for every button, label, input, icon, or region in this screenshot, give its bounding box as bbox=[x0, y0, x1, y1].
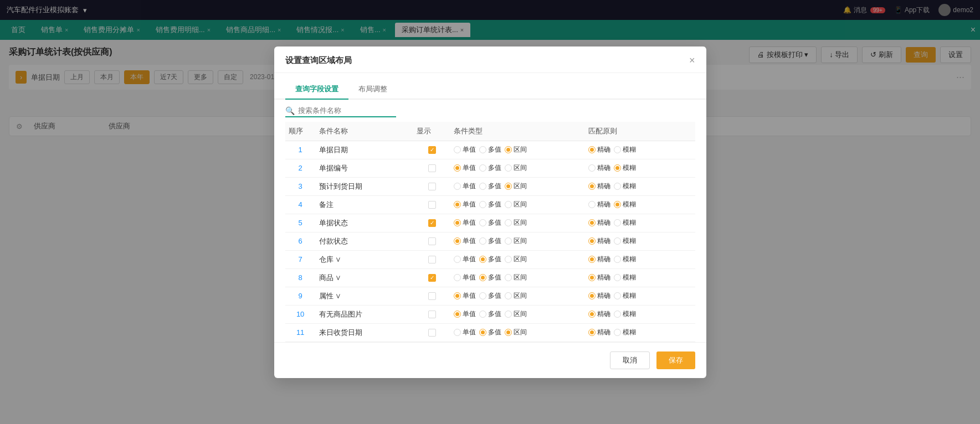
cell-order: 11 bbox=[285, 323, 316, 342]
radio-type-single[interactable]: 单值 bbox=[454, 328, 476, 337]
radio-type-multi[interactable]: 多值 bbox=[479, 291, 501, 301]
cell-display[interactable] bbox=[413, 323, 450, 342]
radio-type-single[interactable]: 单值 bbox=[454, 255, 476, 264]
tab-field-settings[interactable]: 查询字段设置 bbox=[285, 80, 348, 100]
radio-match-exact[interactable]: 精确 bbox=[588, 328, 610, 337]
display-checkbox[interactable] bbox=[428, 164, 436, 172]
radio-circle-multi bbox=[479, 311, 486, 318]
radio-circle-multi bbox=[479, 219, 486, 226]
radio-type-multi[interactable]: 多值 bbox=[479, 182, 501, 191]
radio-type-range[interactable]: 区间 bbox=[505, 163, 527, 173]
display-checkbox[interactable] bbox=[428, 292, 436, 300]
radio-type-single[interactable]: 单值 bbox=[454, 200, 476, 209]
radio-type-range[interactable]: 区间 bbox=[505, 200, 527, 209]
radio-type-range[interactable]: 区间 bbox=[505, 145, 527, 154]
cell-display[interactable] bbox=[413, 250, 450, 268]
radio-type-single[interactable]: 单值 bbox=[454, 182, 476, 191]
display-checkbox[interactable] bbox=[428, 146, 436, 154]
radio-type-single[interactable]: 单值 bbox=[454, 218, 476, 227]
radio-match-fuzzy[interactable]: 模糊 bbox=[614, 145, 636, 154]
save-button[interactable]: 保存 bbox=[656, 351, 695, 369]
display-checkbox[interactable] bbox=[428, 311, 436, 318]
display-checkbox[interactable] bbox=[428, 256, 436, 263]
cell-display[interactable] bbox=[413, 305, 450, 323]
modal-close-btn[interactable]: × bbox=[689, 55, 695, 65]
radio-type-multi[interactable]: 多值 bbox=[479, 163, 501, 173]
display-checkbox[interactable] bbox=[428, 329, 436, 337]
cell-display[interactable] bbox=[413, 232, 450, 250]
radio-circle-multi bbox=[479, 274, 486, 281]
cell-type: 单值多值区间 bbox=[450, 141, 585, 159]
radio-match-fuzzy[interactable]: 模糊 bbox=[614, 328, 636, 337]
radio-match-fuzzy[interactable]: 模糊 bbox=[614, 218, 636, 227]
radio-match-fuzzy[interactable]: 模糊 bbox=[614, 309, 636, 319]
radio-type-range[interactable]: 区间 bbox=[505, 236, 527, 246]
cell-name: 备注 bbox=[316, 195, 414, 214]
radio-match-exact[interactable]: 精确 bbox=[588, 236, 610, 246]
radio-type-multi[interactable]: 多值 bbox=[479, 255, 501, 264]
radio-match-exact[interactable]: 精确 bbox=[588, 291, 610, 301]
cell-match: 精确模糊 bbox=[585, 195, 695, 214]
cell-name: 预计到货日期 bbox=[316, 177, 414, 195]
radio-match-exact[interactable]: 精确 bbox=[588, 218, 610, 227]
display-checkbox[interactable] bbox=[428, 183, 436, 190]
radio-type-single[interactable]: 单值 bbox=[454, 163, 476, 173]
display-checkbox[interactable] bbox=[428, 219, 436, 227]
radio-type-range[interactable]: 区间 bbox=[505, 218, 527, 227]
radio-type-range[interactable]: 区间 bbox=[505, 291, 527, 301]
radio-match-fuzzy[interactable]: 模糊 bbox=[614, 273, 636, 282]
modal-footer: 取消 保存 bbox=[274, 342, 706, 378]
cell-display[interactable] bbox=[413, 177, 450, 195]
radio-type-multi[interactable]: 多值 bbox=[479, 328, 501, 337]
cell-display[interactable] bbox=[413, 287, 450, 305]
radio-match-fuzzy[interactable]: 模糊 bbox=[614, 182, 636, 191]
cell-display[interactable] bbox=[413, 141, 450, 159]
display-checkbox[interactable] bbox=[428, 237, 436, 245]
radio-type-single[interactable]: 单值 bbox=[454, 291, 476, 301]
radio-match-fuzzy[interactable]: 模糊 bbox=[614, 255, 636, 264]
cell-display[interactable] bbox=[413, 159, 450, 177]
radio-match-exact[interactable]: 精确 bbox=[588, 273, 610, 282]
radio-type-range[interactable]: 区间 bbox=[505, 273, 527, 282]
radio-type-multi[interactable]: 多值 bbox=[479, 309, 501, 319]
radio-type-range[interactable]: 区间 bbox=[505, 328, 527, 337]
radio-type-single[interactable]: 单值 bbox=[454, 309, 476, 319]
radio-match-exact[interactable]: 精确 bbox=[588, 255, 610, 264]
radio-type-multi[interactable]: 多值 bbox=[479, 273, 501, 282]
search-input[interactable] bbox=[298, 106, 387, 115]
table-header-row-modal: 顺序 条件名称 显示 条件类型 匹配原则 bbox=[285, 122, 695, 141]
cell-order: 8 bbox=[285, 268, 316, 287]
radio-type-single[interactable]: 单值 bbox=[454, 273, 476, 282]
radio-match-exact[interactable]: 精确 bbox=[588, 309, 610, 319]
radio-type-range[interactable]: 区间 bbox=[505, 255, 527, 264]
radio-type-multi[interactable]: 多值 bbox=[479, 200, 501, 209]
radio-type-range[interactable]: 区间 bbox=[505, 309, 527, 319]
radio-type-range[interactable]: 区间 bbox=[505, 182, 527, 191]
cancel-button[interactable]: 取消 bbox=[610, 351, 650, 369]
cell-type: 单值多值区间 bbox=[450, 268, 585, 287]
radio-match-fuzzy[interactable]: 模糊 bbox=[614, 200, 636, 209]
radio-match-fuzzy[interactable]: 模糊 bbox=[614, 291, 636, 301]
th-order: 顺序 bbox=[285, 122, 316, 141]
cell-name: 来日收货日期 bbox=[316, 323, 414, 342]
radio-type-multi[interactable]: 多值 bbox=[479, 145, 501, 154]
radio-type-multi[interactable]: 多值 bbox=[479, 218, 501, 227]
radio-match-exact[interactable]: 精确 bbox=[588, 163, 610, 173]
cell-display[interactable] bbox=[413, 268, 450, 287]
cell-display[interactable] bbox=[413, 195, 450, 214]
cell-display[interactable] bbox=[413, 214, 450, 232]
radio-match-exact[interactable]: 精确 bbox=[588, 200, 610, 209]
radio-circle-match-fuzzy bbox=[614, 146, 621, 153]
radio-match-fuzzy[interactable]: 模糊 bbox=[614, 236, 636, 246]
tab-layout-adjust[interactable]: 布局调整 bbox=[348, 80, 397, 100]
radio-type-multi[interactable]: 多值 bbox=[479, 236, 501, 246]
radio-match-exact[interactable]: 精确 bbox=[588, 145, 610, 154]
display-checkbox[interactable] bbox=[428, 201, 436, 209]
radio-match-exact[interactable]: 精确 bbox=[588, 182, 610, 191]
radio-match-fuzzy[interactable]: 模糊 bbox=[614, 163, 636, 173]
display-checkbox[interactable] bbox=[428, 274, 436, 282]
radio-circle-match-fuzzy bbox=[614, 329, 621, 336]
radio-circle-multi bbox=[479, 146, 486, 153]
radio-type-single[interactable]: 单值 bbox=[454, 236, 476, 246]
radio-type-single[interactable]: 单值 bbox=[454, 145, 476, 154]
